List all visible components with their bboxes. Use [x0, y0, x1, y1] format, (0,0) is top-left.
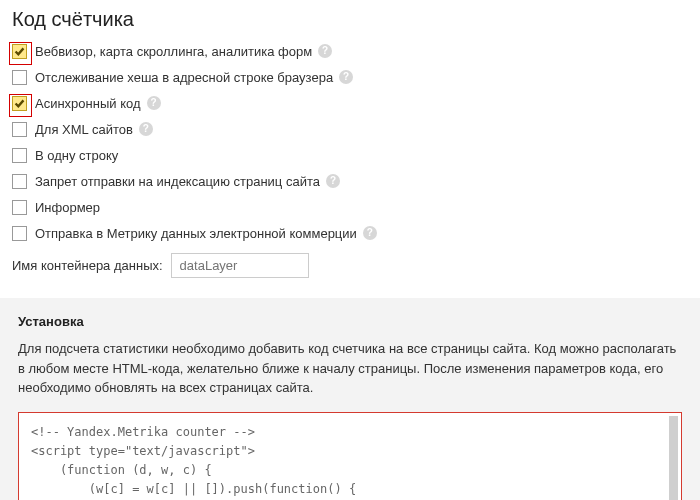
option-label: Отслеживание хеша в адресной строке брау… [35, 70, 333, 85]
help-icon[interactable]: ? [326, 174, 340, 188]
checkbox-option-4[interactable] [12, 148, 27, 163]
help-icon[interactable]: ? [318, 44, 332, 58]
checkbox-option-3[interactable] [12, 122, 27, 137]
option-label: Вебвизор, карта скроллинга, аналитика фо… [35, 44, 312, 59]
option-label: Для XML сайтов [35, 122, 133, 137]
checkbox-option-1[interactable] [12, 70, 27, 85]
help-icon[interactable]: ? [363, 226, 377, 240]
checkbox-option-7[interactable] [12, 226, 27, 241]
scrollbar[interactable] [669, 416, 678, 501]
counter-code: <!-- Yandex.Metrika counter --> <script … [31, 423, 669, 500]
container-field-label: Имя контейнера данных: [12, 258, 163, 273]
help-icon[interactable]: ? [139, 122, 153, 136]
page-title: Код счётчика [12, 8, 688, 31]
container-name-input[interactable] [171, 253, 309, 278]
option-label: Запрет отправки на индексацию страниц са… [35, 174, 320, 189]
checkbox-option-5[interactable] [12, 174, 27, 189]
option-label: В одну строку [35, 148, 118, 163]
option-label: Информер [35, 200, 100, 215]
option-label: Отправка в Метрику данных электронной ко… [35, 226, 357, 241]
checkbox-option-0[interactable] [12, 44, 27, 59]
install-text: Для подсчета статистики необходимо добав… [18, 339, 682, 398]
checkbox-option-2[interactable] [12, 96, 27, 111]
help-icon[interactable]: ? [147, 96, 161, 110]
counter-code-box[interactable]: <!-- Yandex.Metrika counter --> <script … [18, 412, 682, 501]
option-label: Асинхронный код [35, 96, 141, 111]
install-section: Установка Для подсчета статистики необхо… [0, 298, 700, 500]
install-heading: Установка [18, 314, 682, 329]
help-icon[interactable]: ? [339, 70, 353, 84]
checkbox-option-6[interactable] [12, 200, 27, 215]
